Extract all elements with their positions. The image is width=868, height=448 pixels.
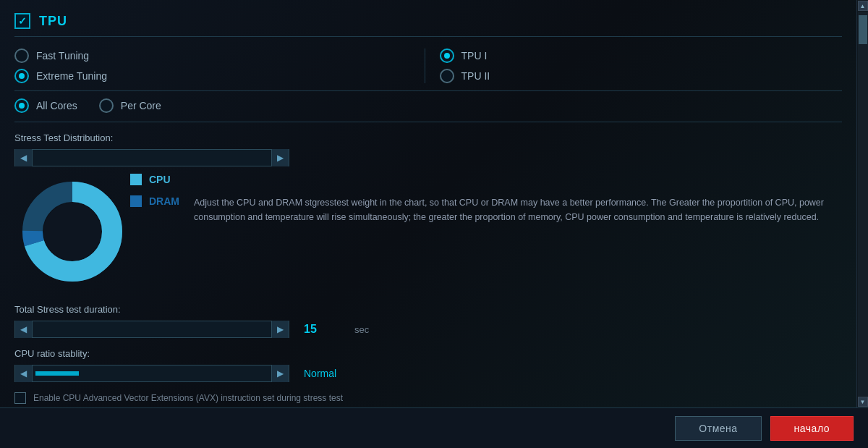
stress-slider-left-arrow[interactable]: ◀ <box>15 149 33 166</box>
tpu-checkbox[interactable] <box>14 13 30 29</box>
tuning-left-col: Fast Tuning Extreme Tuning <box>14 48 425 83</box>
extreme-tuning-label: Extreme Tuning <box>36 70 107 82</box>
all-cores-label: All Cores <box>36 100 77 111</box>
duration-label: Total Stress test duration: <box>14 304 842 315</box>
duration-slider-left-arrow[interactable]: ◀ <box>15 321 33 338</box>
start-button[interactable]: начало <box>770 416 854 441</box>
per-core-radio[interactable] <box>99 98 114 113</box>
legend-area: CPU DRAM <box>130 174 179 207</box>
avx-checkbox[interactable] <box>14 392 26 404</box>
divider-1 <box>14 90 842 91</box>
tpu-header: TPU <box>14 7 842 37</box>
duration-control-row: ◀ ▶ 15 sec <box>14 321 842 338</box>
extreme-tuning-radio[interactable] <box>14 69 29 83</box>
cpu-legend-item: CPU <box>130 174 179 185</box>
all-cores-option[interactable]: All Cores <box>14 98 77 113</box>
dram-legend-item: DRAM <box>130 195 179 207</box>
cpu-ratio-right-arrow[interactable]: ▶ <box>271 365 289 382</box>
cancel-button[interactable]: Отмена <box>675 416 761 441</box>
per-core-option[interactable]: Per Core <box>99 98 161 113</box>
scroll-down-arrow[interactable]: ▼ <box>858 397 868 407</box>
scroll-up-arrow[interactable]: ▲ <box>858 1 868 11</box>
duration-value: 15 <box>304 323 340 336</box>
section-title: TPU <box>39 14 67 29</box>
svg-point-3 <box>43 203 101 261</box>
stress-slider-fill <box>33 150 271 166</box>
tpu2-radio[interactable] <box>440 69 454 83</box>
tpu1-radio[interactable] <box>440 48 454 63</box>
tuning-options-row: Fast Tuning Extreme Tuning TPU I TPU II <box>14 48 842 83</box>
duration-unit: sec <box>354 324 369 335</box>
main-container: TPU Fast Tuning Extreme Tuning TPU I <box>0 0 868 407</box>
scrollbar-track[interactable] <box>858 12 868 396</box>
cpu-ratio-label: CPU ratio stablity: <box>14 348 842 359</box>
duration-slider-track: ◀ ▶ <box>14 321 289 338</box>
stress-slider-track: ◀ ▶ <box>14 149 289 166</box>
stress-slider-container: ◀ ▶ <box>14 149 842 166</box>
cpu-ratio-section: CPU ratio stablity: ◀ ▶ Normal <box>14 348 842 382</box>
extreme-tuning-option[interactable]: Extreme Tuning <box>14 69 417 83</box>
cpu-ratio-fill <box>33 365 271 381</box>
duration-section: Total Stress test duration: ◀ ▶ 15 sec <box>14 304 842 338</box>
tpu1-option[interactable]: TPU I <box>440 48 843 63</box>
cpu-ratio-slider-track: ◀ ▶ <box>14 365 289 382</box>
per-core-label: Per Core <box>121 100 161 111</box>
chart-info-row: CPU DRAM Adjust the CPU and DRAM stgress… <box>14 174 842 289</box>
avx-label: Enable CPU Advanced Vector Extensions (A… <box>33 393 343 403</box>
fast-tuning-radio[interactable] <box>14 48 29 63</box>
stress-test-section: Stress Test Distribution: ◀ ▶ <box>14 132 842 289</box>
cpu-ratio-value: Normal <box>304 368 336 379</box>
dram-legend-square <box>130 195 142 207</box>
fast-tuning-option[interactable]: Fast Tuning <box>14 48 417 63</box>
scrollbar-thumb[interactable] <box>859 15 867 44</box>
donut-chart <box>18 177 127 286</box>
cpu-legend-square <box>130 174 142 185</box>
stress-slider-right-arrow[interactable]: ▶ <box>271 149 289 166</box>
cpu-legend-label: CPU <box>149 174 171 185</box>
tpu2-option[interactable]: TPU II <box>440 69 843 83</box>
cpu-ratio-control-row: ◀ ▶ Normal <box>14 365 842 382</box>
cores-row: All Cores Per Core <box>14 98 842 122</box>
cpu-ratio-progress <box>35 371 79 376</box>
duration-slider-fill <box>33 321 271 337</box>
fast-tuning-label: Fast Tuning <box>36 50 89 62</box>
tpu1-label: TPU I <box>461 50 488 62</box>
stress-description-text: Adjust the CPU and DRAM stgresstest weig… <box>194 198 824 222</box>
stress-test-label: Stress Test Distribution: <box>14 132 842 143</box>
tpu2-label: TPU II <box>461 70 490 82</box>
donut-chart-area <box>14 174 130 289</box>
all-cores-radio[interactable] <box>14 98 29 113</box>
dram-legend-label: DRAM <box>149 195 179 207</box>
tuning-right-col: TPU I TPU II <box>425 48 843 83</box>
duration-slider-right-arrow[interactable]: ▶ <box>271 321 289 338</box>
stress-description: Adjust the CPU and DRAM stgresstest weig… <box>179 174 842 224</box>
content-area: TPU Fast Tuning Extreme Tuning TPU I <box>0 0 856 407</box>
cpu-ratio-left-arrow[interactable]: ◀ <box>15 365 33 382</box>
bottom-bar: Отмена начало <box>0 407 868 448</box>
avx-enable-row: Enable CPU Advanced Vector Extensions (A… <box>14 392 842 404</box>
scrollbar-panel: ▲ ▼ <box>856 0 868 407</box>
